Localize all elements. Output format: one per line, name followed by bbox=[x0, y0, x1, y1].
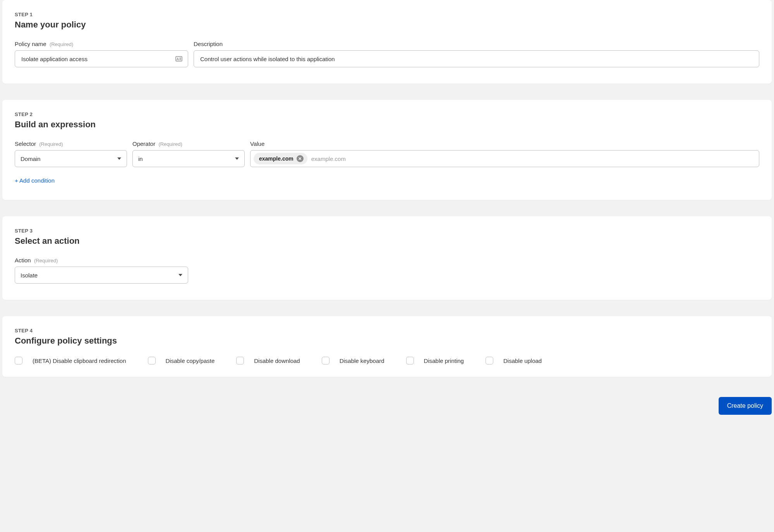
checkbox-box[interactable] bbox=[15, 357, 22, 364]
operator-label: Operator (Required) bbox=[132, 140, 245, 147]
checkbox-disable-clipboard-redirection[interactable]: (BETA) Disable clipboard redirection bbox=[15, 357, 126, 364]
step1-label: STEP 1 bbox=[15, 12, 759, 17]
operator-dropdown[interactable]: in bbox=[132, 150, 245, 167]
description-input[interactable] bbox=[199, 51, 753, 67]
action-value: Isolate bbox=[21, 272, 38, 279]
step4-card: STEP 4 Configure policy settings (BETA) … bbox=[2, 316, 772, 377]
action-label-text: Action bbox=[15, 257, 31, 263]
action-field: Action (Required) Isolate bbox=[15, 257, 188, 284]
chevron-down-icon bbox=[117, 157, 121, 160]
policy-settings-checkbox-row: (BETA) Disable clipboard redirection Dis… bbox=[15, 357, 759, 364]
value-label: Value bbox=[250, 140, 759, 147]
checkbox-disable-keyboard[interactable]: Disable keyboard bbox=[322, 357, 384, 364]
checkbox-label: (BETA) Disable clipboard redirection bbox=[33, 358, 126, 364]
checkbox-box[interactable] bbox=[486, 357, 493, 364]
step2-title: Build an expression bbox=[15, 120, 759, 130]
description-label: Description bbox=[194, 41, 759, 47]
checkbox-label: Disable keyboard bbox=[340, 358, 384, 364]
add-condition-link[interactable]: + Add condition bbox=[15, 177, 55, 184]
value-chip-text: example.com bbox=[259, 156, 293, 162]
step4-title: Configure policy settings bbox=[15, 336, 759, 346]
footer: Create policy bbox=[0, 393, 774, 423]
action-label: Action (Required) bbox=[15, 257, 188, 263]
policy-name-input[interactable] bbox=[21, 51, 172, 67]
operator-value: in bbox=[138, 156, 143, 162]
step3-title: Select an action bbox=[15, 236, 759, 246]
step2-card: STEP 2 Build an expression Selector (Req… bbox=[2, 100, 772, 200]
chip-remove-icon[interactable]: ✕ bbox=[297, 155, 304, 162]
checkbox-label: Disable printing bbox=[424, 358, 464, 364]
step3-card: STEP 3 Select an action Action (Required… bbox=[2, 216, 772, 300]
step4-label: STEP 4 bbox=[15, 328, 759, 334]
step1-title: Name your policy bbox=[15, 20, 759, 30]
value-field: Value example.com ✕ bbox=[250, 140, 759, 167]
checkbox-disable-copy-paste[interactable]: Disable copy/paste bbox=[148, 357, 215, 364]
policy-name-input-wrap[interactable] bbox=[15, 50, 188, 67]
policy-name-field: Policy name (Required) bbox=[15, 41, 188, 67]
selector-dropdown[interactable]: Domain bbox=[15, 150, 127, 167]
checkbox-disable-download[interactable]: Disable download bbox=[236, 357, 300, 364]
policy-name-required: (Required) bbox=[50, 41, 73, 47]
checkbox-box[interactable] bbox=[236, 357, 244, 364]
selector-value: Domain bbox=[21, 156, 41, 162]
chevron-down-icon bbox=[178, 274, 182, 276]
step2-label: STEP 2 bbox=[15, 111, 759, 117]
checkbox-label: Disable upload bbox=[503, 358, 542, 364]
policy-name-label: Policy name (Required) bbox=[15, 41, 188, 47]
checkbox-disable-upload[interactable]: Disable upload bbox=[486, 357, 542, 364]
create-policy-button[interactable]: Create policy bbox=[719, 397, 772, 415]
policy-name-label-text: Policy name bbox=[15, 41, 46, 47]
selector-label: Selector (Required) bbox=[15, 140, 127, 147]
step1-card: STEP 1 Name your policy Policy name (Req… bbox=[2, 0, 772, 84]
step3-label: STEP 3 bbox=[15, 228, 759, 234]
checkbox-disable-printing[interactable]: Disable printing bbox=[406, 357, 464, 364]
chevron-down-icon bbox=[235, 157, 239, 160]
checkbox-box[interactable] bbox=[406, 357, 414, 364]
value-chip: example.com ✕ bbox=[254, 153, 307, 164]
checkbox-label: Disable download bbox=[254, 358, 300, 364]
checkbox-label: Disable copy/paste bbox=[166, 358, 215, 364]
selector-field: Selector (Required) Domain bbox=[15, 140, 127, 167]
selector-required: (Required) bbox=[39, 141, 63, 147]
operator-required: (Required) bbox=[158, 141, 182, 147]
operator-field: Operator (Required) in bbox=[132, 140, 245, 167]
value-input[interactable] bbox=[311, 151, 756, 167]
contact-card-icon bbox=[175, 56, 182, 62]
operator-label-text: Operator bbox=[132, 140, 155, 147]
checkbox-box[interactable] bbox=[322, 357, 330, 364]
description-field: Description bbox=[194, 41, 759, 67]
description-input-wrap[interactable] bbox=[194, 50, 759, 67]
action-dropdown[interactable]: Isolate bbox=[15, 267, 188, 284]
svg-point-1 bbox=[177, 58, 178, 59]
action-required: (Required) bbox=[34, 258, 58, 263]
value-input-wrap[interactable]: example.com ✕ bbox=[250, 150, 759, 167]
svg-rect-0 bbox=[176, 56, 182, 61]
checkbox-box[interactable] bbox=[148, 357, 156, 364]
selector-label-text: Selector bbox=[15, 140, 36, 147]
